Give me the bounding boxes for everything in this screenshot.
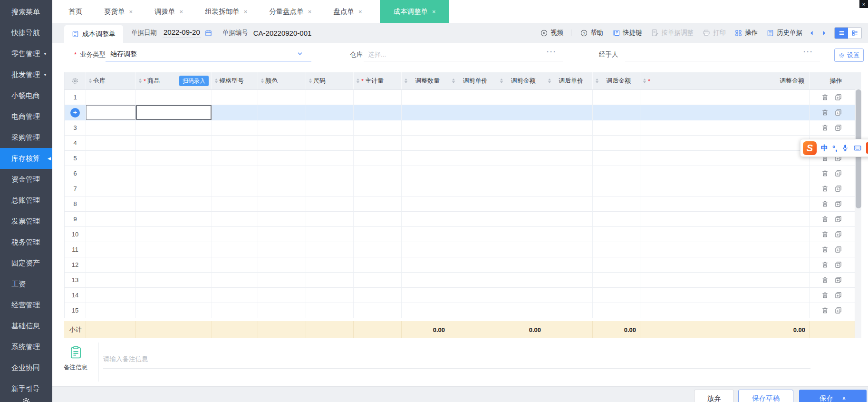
trash-icon[interactable]	[821, 124, 829, 131]
table-cell[interactable]	[449, 90, 497, 105]
table-cell[interactable]	[640, 120, 810, 136]
ime-keyboard-icon[interactable]	[853, 144, 862, 152]
table-cell[interactable]	[86, 151, 136, 166]
table-cell[interactable]	[402, 242, 449, 257]
table-cell[interactable]	[354, 105, 402, 120]
trash-icon[interactable]	[821, 307, 829, 314]
table-cell[interactable]	[402, 105, 449, 120]
table-cell[interactable]	[593, 196, 640, 212]
table-cell[interactable]	[354, 257, 402, 273]
table-cell[interactable]	[306, 90, 354, 105]
table-cell[interactable]	[497, 136, 545, 151]
table-cell[interactable]	[497, 196, 545, 212]
table-cell[interactable]	[86, 136, 136, 151]
table-cell[interactable]	[497, 242, 545, 257]
table-cell[interactable]	[593, 120, 640, 136]
sidebar-item-6[interactable]: 采购管理	[0, 127, 52, 148]
table-cell[interactable]	[640, 151, 810, 166]
table-cell[interactable]	[212, 181, 258, 196]
table-cell[interactable]	[497, 288, 545, 303]
sort-icon[interactable]	[643, 78, 646, 83]
sidebar-item-5[interactable]: 电商管理	[0, 106, 52, 127]
col-header-9[interactable]: 调后单价	[545, 72, 593, 89]
table-cell[interactable]	[402, 120, 449, 136]
table-cell[interactable]	[86, 288, 136, 303]
table-cell[interactable]	[86, 181, 136, 196]
ime-chinese-icon[interactable]: 中	[821, 144, 828, 153]
trash-icon[interactable]	[821, 231, 829, 238]
table-cell[interactable]	[306, 151, 354, 166]
table-cell[interactable]	[258, 273, 306, 288]
sort-icon[interactable]	[452, 78, 455, 83]
toolbar-action-2[interactable]: 快捷键	[612, 29, 642, 37]
window-close-icon[interactable]: ×	[859, 0, 868, 8]
copy-row-icon[interactable]	[835, 231, 842, 238]
settings-gear-icon[interactable]	[22, 397, 31, 402]
table-cell[interactable]	[497, 303, 545, 318]
tab-1[interactable]: 要货单×	[100, 0, 136, 23]
table-cell[interactable]	[640, 105, 810, 120]
table-cell[interactable]	[402, 257, 449, 273]
table-cell[interactable]	[86, 303, 136, 318]
biz-type-select[interactable]: 结存调整	[110, 50, 137, 59]
table-cell[interactable]	[136, 303, 212, 318]
table-cell[interactable]	[86, 227, 136, 242]
table-cell[interactable]	[212, 166, 258, 181]
table-cell[interactable]	[640, 90, 810, 105]
table-cell[interactable]	[258, 181, 306, 196]
table-cell[interactable]	[258, 288, 306, 303]
sort-icon[interactable]	[261, 78, 264, 83]
table-cell[interactable]	[640, 227, 810, 242]
table-cell[interactable]	[497, 105, 545, 120]
table-cell[interactable]	[354, 136, 402, 151]
sidebar-item-0[interactable]: 搜索菜单	[0, 1, 52, 22]
table-cell[interactable]	[354, 288, 402, 303]
table-cell[interactable]	[593, 257, 640, 273]
vertical-scrollbar[interactable]	[855, 89, 861, 338]
sort-icon[interactable]	[405, 78, 407, 83]
copy-row-icon[interactable]	[835, 170, 842, 177]
table-cell[interactable]	[402, 166, 449, 181]
table-cell[interactable]	[593, 136, 640, 151]
table-cell[interactable]	[86, 120, 136, 136]
table-cell[interactable]	[449, 151, 497, 166]
table-cell[interactable]	[402, 212, 449, 227]
table-cell[interactable]	[136, 196, 212, 212]
table-cell[interactable]	[449, 288, 497, 303]
close-icon[interactable]: ×	[180, 8, 183, 15]
scan-entry-badge[interactable]: 扫码录入	[179, 76, 209, 86]
table-cell[interactable]	[497, 273, 545, 288]
table-cell[interactable]	[402, 227, 449, 242]
table-cell[interactable]	[545, 120, 593, 136]
table-cell[interactable]	[497, 151, 545, 166]
table-cell[interactable]	[593, 181, 640, 196]
table-cell[interactable]	[545, 166, 593, 181]
sort-icon[interactable]	[215, 78, 218, 83]
copy-row-icon[interactable]	[835, 246, 842, 253]
table-cell[interactable]	[136, 212, 212, 227]
col-header-8[interactable]: 调前金额	[497, 72, 545, 89]
tab-3[interactable]: 组装拆卸单×	[201, 0, 251, 23]
table-cell[interactable]	[449, 242, 497, 257]
table-cell[interactable]	[306, 212, 354, 227]
table-cell[interactable]	[136, 151, 212, 166]
table-cell[interactable]	[258, 227, 306, 242]
sidebar-item-10[interactable]: 发票管理	[0, 211, 52, 232]
table-cell[interactable]	[593, 151, 640, 166]
table-cell[interactable]	[306, 136, 354, 151]
table-cell[interactable]	[545, 303, 593, 318]
copy-row-icon[interactable]	[835, 124, 842, 131]
table-cell[interactable]	[497, 90, 545, 105]
close-icon[interactable]: ×	[432, 8, 436, 15]
table-cell[interactable]	[545, 257, 593, 273]
table-cell[interactable]	[212, 120, 258, 136]
sidebar-item-11[interactable]: 税务管理	[0, 232, 52, 253]
table-cell[interactable]	[86, 242, 136, 257]
table-cell[interactable]	[402, 90, 449, 105]
table-cell[interactable]	[258, 136, 306, 151]
trash-icon[interactable]	[821, 170, 829, 177]
sort-icon[interactable]	[357, 78, 359, 83]
col-header-1[interactable]: *商品扫码录入	[136, 72, 212, 89]
table-cell[interactable]	[258, 196, 306, 212]
copy-row-icon[interactable]	[835, 200, 842, 207]
